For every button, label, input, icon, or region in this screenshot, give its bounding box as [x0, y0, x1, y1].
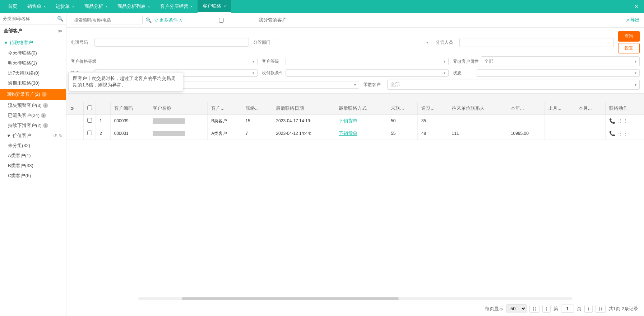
row-action-more-0[interactable]: ⋮⋮	[618, 118, 628, 124]
more-filter-button[interactable]: ▽ 更多条件 ∧	[154, 17, 182, 23]
row-checkbox-input-0[interactable]	[87, 118, 92, 123]
last-method-link-0[interactable]: 下销货单	[339, 118, 357, 123]
prev-page-btn[interactable]: ⟨	[542, 305, 551, 313]
window-close-btn[interactable]: ×	[634, 3, 641, 10]
row-code-1: 000031	[110, 127, 149, 140]
nav-sales-close[interactable]: ×	[43, 4, 46, 9]
phone-input[interactable]	[94, 38, 249, 47]
settings-col-header[interactable]: ⚙	[66, 102, 84, 115]
next-page-btn[interactable]: ⟩	[584, 305, 593, 313]
row-last-month-1	[545, 127, 575, 140]
dept-select[interactable]: ▾	[277, 39, 431, 46]
per-page-select[interactable]: 50 10 20 100	[506, 304, 527, 313]
row-index-1: 2	[96, 127, 111, 140]
filter-bar: 🔍 ▽ 更多条件 ∧ 我分管的客户 ↗ 导出	[66, 13, 644, 28]
manager-select[interactable]: ···	[459, 38, 614, 47]
row-this-year-1: 10995.00	[507, 127, 544, 140]
price-level-arrow-icon: ▾	[252, 60, 254, 63]
settings-icon[interactable]: ⚙	[70, 106, 74, 111]
sidebar-item-class-c[interactable]: C类客户(6)	[0, 171, 66, 181]
this-month-col-header: 本月...	[575, 102, 605, 115]
status-select[interactable]: ▾	[477, 69, 640, 77]
export-icon: ↗	[625, 18, 629, 23]
row-checkbox-input-1[interactable]	[87, 131, 92, 135]
last-method-link-1[interactable]: 下销货单	[339, 131, 357, 136]
sidebar-item-today[interactable]: 今天待联络(0)	[0, 48, 66, 58]
loss-warning-label: 流失预警客户(3)	[8, 102, 42, 109]
retail-customer-select[interactable]: 全部 ▾	[387, 80, 640, 90]
row-action-more-1[interactable]: ⋮⋮	[618, 131, 628, 136]
sidebar-item-class-b[interactable]: B类客户(33)	[0, 161, 66, 171]
customer-name-blurred-0	[153, 118, 185, 124]
customer-level-arrow-icon: ▾	[444, 60, 445, 63]
row-action-phone-0[interactable]: 📞	[609, 118, 615, 124]
nav-customer-contact[interactable]: 客户联络 ×	[198, 0, 231, 13]
price-level-select[interactable]: ▾	[99, 58, 258, 65]
settings-button[interactable]: 设置	[618, 43, 640, 53]
retail-attr-select[interactable]: 全部 ▾	[481, 56, 640, 66]
first-page-btn[interactable]: ⟨⟨	[529, 305, 539, 313]
nav-sales[interactable]: 销售单 ×	[22, 0, 51, 13]
price-level-label: 客户价格等级	[71, 58, 97, 65]
refresh-icon[interactable]: ↺	[53, 133, 57, 138]
last-page-btn[interactable]: ⟩⟩	[596, 305, 606, 313]
sidebar-item-declining[interactable]: 持续下滑客户(2) i	[0, 121, 66, 131]
nav-purchase[interactable]: 进货单 ×	[51, 0, 79, 13]
sidebar-item-lost[interactable]: 已流失客户(24) i	[0, 110, 66, 121]
page-input[interactable]	[561, 305, 574, 313]
filter-manager: 分管人员 ···	[436, 38, 614, 47]
today-label: 今天待联络(0)	[8, 50, 37, 56]
row-contact-0: 15	[242, 115, 272, 127]
row-this-month-0	[575, 115, 605, 127]
nav-product-list[interactable]: 商品分析列表 ×	[112, 0, 155, 13]
scrollbar-thumb[interactable]	[182, 297, 399, 300]
dept-label: 分管部门	[253, 39, 275, 46]
sidebar-item-7days[interactable]: 近7天待联络(0)	[0, 68, 66, 78]
row-settings-1	[66, 127, 84, 140]
sidebar-search-input[interactable]	[3, 16, 57, 21]
nav-home[interactable]: 首页	[3, 0, 22, 13]
nav-product-analysis[interactable]: 商品分析 ×	[79, 0, 112, 13]
my-customer-checkbox[interactable]	[185, 18, 257, 23]
sidebar-collapse-icon[interactable]: ≫	[57, 28, 62, 34]
sidebar-item-abnormal[interactable]: 回购异常客户(2) i	[0, 89, 66, 100]
row-action-phone-1[interactable]: 📞	[609, 131, 615, 136]
select-all-checkbox[interactable]	[87, 105, 92, 110]
search-button[interactable]: 🔍	[145, 17, 152, 23]
declining-label: 持续下滑客户(2)	[8, 122, 42, 129]
action-col-header: 联络动作	[605, 102, 644, 115]
content-area: 🔍 ▽ 更多条件 ∧ 我分管的客户 ↗ 导出 电话号码	[66, 13, 644, 316]
row-last-date-1: 2023-04-12 14:44:	[272, 127, 335, 140]
sidebar-section-waiting[interactable]: ▼ 待联络客户	[0, 37, 66, 48]
sidebar-item-loss-warning[interactable]: 流失预警客户(3) i	[0, 100, 66, 110]
retail-attr-arrow-icon: ▾	[635, 60, 636, 63]
sidebar-item-overdue[interactable]: 逾期未联络(30)	[0, 78, 66, 88]
filter-row-2: 客户价格等级 ▾ 客户等级 ▾ 零散客户属性 全部	[71, 56, 640, 66]
lost-label: 已流失客户(24)	[8, 112, 40, 119]
payment-select[interactable]: ▾	[286, 69, 449, 77]
sidebar-item-ungroup[interactable]: 未分组(32)	[0, 141, 66, 151]
edit-icon[interactable]: ✎	[59, 133, 62, 138]
nav-purchase-close[interactable]: ×	[72, 4, 74, 9]
arrow-icon: ▼	[4, 40, 8, 46]
sidebar-value-section[interactable]: ▼ 价值客户 ↺ ✎	[0, 131, 66, 141]
nav-customer-segment-close[interactable]: ×	[190, 4, 193, 9]
nav-customer-contact-close[interactable]: ×	[223, 4, 226, 8]
search-input[interactable]	[71, 16, 143, 24]
table-row: 2 000031 A类客户 7 2023-04-12 14:44: 下销货单 5…	[66, 127, 644, 140]
per-page-label: 每页显示	[485, 306, 504, 312]
horizontal-scrollbar[interactable]	[66, 296, 644, 301]
sidebar-item-tomorrow[interactable]: 明天待联络(1)	[0, 58, 66, 68]
pagination-bar: 每页显示 50 10 20 100 ⟨⟨ ⟨ 第 页 ⟩ ⟩⟩ 共1页 2条记录	[66, 301, 644, 316]
nav-product-analysis-close[interactable]: ×	[105, 4, 107, 9]
sidebar-search-icon[interactable]: 🔍	[57, 16, 63, 22]
nav-customer-segment[interactable]: 客户分层经营 ×	[155, 0, 198, 13]
nav-product-list-close[interactable]: ×	[148, 4, 150, 9]
sidebar-item-class-a[interactable]: A类客户(1)	[0, 151, 66, 161]
row-settings-0	[66, 115, 84, 127]
filter-phone: 电话号码	[71, 38, 249, 47]
export-button[interactable]: ↗ 导出	[625, 17, 640, 23]
query-button[interactable]: 查询	[618, 31, 640, 42]
customer-level-select[interactable]: ▾	[286, 58, 449, 65]
more-conditions-label: 更多条件	[159, 17, 178, 23]
